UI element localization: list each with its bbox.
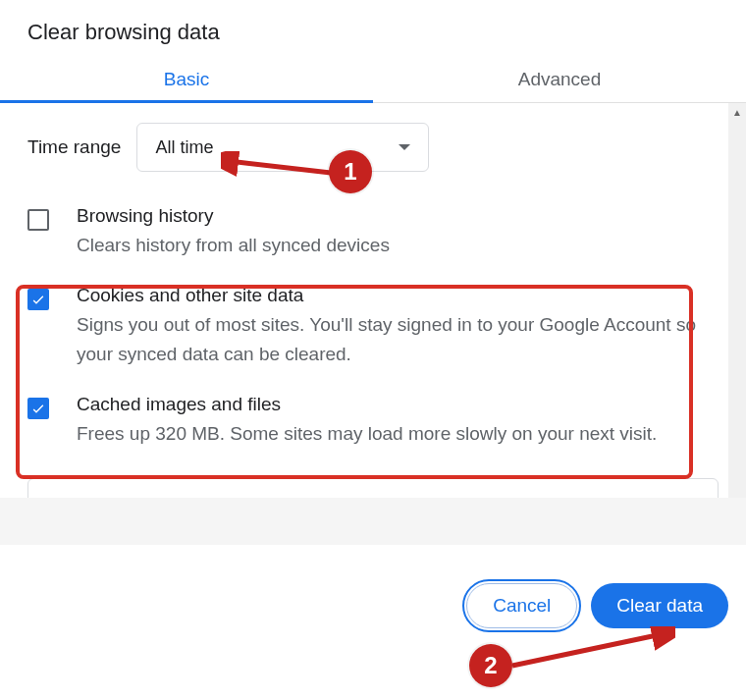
tab-advanced[interactable]: Advanced [373, 55, 746, 102]
time-range-row: Time range All time [27, 123, 719, 172]
option-text: Cached images and files Frees up 320 MB.… [77, 394, 657, 448]
scroll-area: Time range All time Browsing history Cle… [0, 103, 746, 545]
option-cookies: Cookies and other site data Signs you ou… [27, 277, 719, 386]
scroll-up-icon[interactable]: ▲ [728, 103, 746, 121]
checkbox-browsing-history[interactable] [27, 209, 49, 231]
option-title: Cached images and files [77, 394, 657, 415]
time-range-dropdown[interactable]: All time [136, 123, 429, 172]
option-text: Browsing history Clears history from all… [77, 205, 390, 259]
bottom-strip [0, 498, 746, 545]
time-range-label: Time range [27, 136, 121, 158]
clear-data-button[interactable]: Clear data [591, 583, 728, 628]
clear-browsing-data-dialog: Clear browsing data Basic Advanced Time … [0, 0, 746, 545]
option-desc: Signs you out of most sites. You'll stay… [77, 310, 719, 368]
option-text: Cookies and other site data Signs you ou… [77, 285, 719, 368]
option-cache: Cached images and files Frees up 320 MB.… [27, 386, 719, 465]
check-icon [30, 401, 46, 416]
option-desc: Frees up 320 MB. Some sites may load mor… [77, 419, 657, 448]
option-desc: Clears history from all synced devices [77, 231, 390, 259]
checkbox-cache[interactable] [27, 398, 49, 419]
tab-basic[interactable]: Basic [0, 55, 373, 102]
cancel-button[interactable]: Cancel [466, 583, 577, 628]
caret-down-icon [399, 144, 410, 150]
checkbox-cookies[interactable] [27, 289, 49, 310]
option-title: Cookies and other site data [77, 285, 719, 306]
tabs: Basic Advanced [0, 55, 746, 103]
check-icon [30, 292, 46, 307]
dialog-footer: Cancel Clear data [0, 560, 746, 652]
option-title: Browsing history [77, 205, 390, 227]
dialog-title: Clear browsing data [0, 0, 746, 55]
time-range-value: All time [155, 137, 213, 158]
scrollbar[interactable]: ▲ ▼ [728, 103, 746, 545]
option-browsing-history: Browsing history Clears history from all… [27, 197, 719, 277]
